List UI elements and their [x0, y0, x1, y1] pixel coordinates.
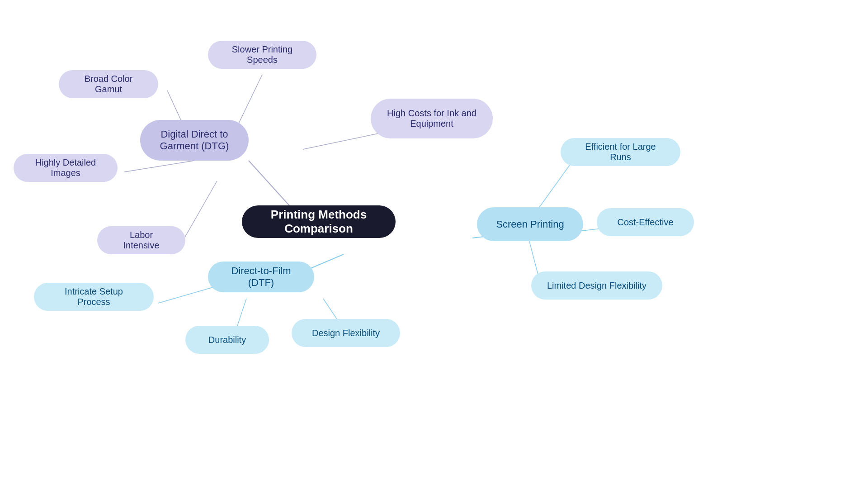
highly-detailed-node: Highly Detailed Images	[14, 154, 118, 182]
labor-intensive-node: Labor Intensive	[97, 226, 185, 254]
svg-line-5	[124, 161, 194, 172]
dtf-node: Direct-to-Film (DTF)	[208, 262, 314, 292]
durability-node: Durability	[185, 326, 269, 354]
intricate-setup-node: Intricate Setup Process	[34, 283, 154, 311]
broad-color-node: Broad Color Gamut	[59, 70, 158, 98]
screen-printing-node: Screen Printing	[477, 207, 583, 241]
limited-design-node: Limited Design Flexibility	[531, 271, 662, 300]
efficient-large-node: Efficient for Large Runs	[561, 138, 680, 166]
svg-line-6	[181, 181, 217, 244]
slower-printing-node: Slower Printing Speeds	[208, 41, 316, 69]
design-flexibility-node: Design Flexibility	[292, 319, 400, 347]
high-costs-node: High Costs for Ink and Equipment	[371, 99, 493, 138]
dtg-node: Digital Direct to Garment (DTG)	[140, 120, 249, 161]
mind-map-canvas: Printing Methods Comparison Digital Dire…	[0, 0, 868, 490]
center-node: Printing Methods Comparison	[242, 205, 396, 238]
cost-effective-node: Cost-Effective	[597, 208, 694, 236]
